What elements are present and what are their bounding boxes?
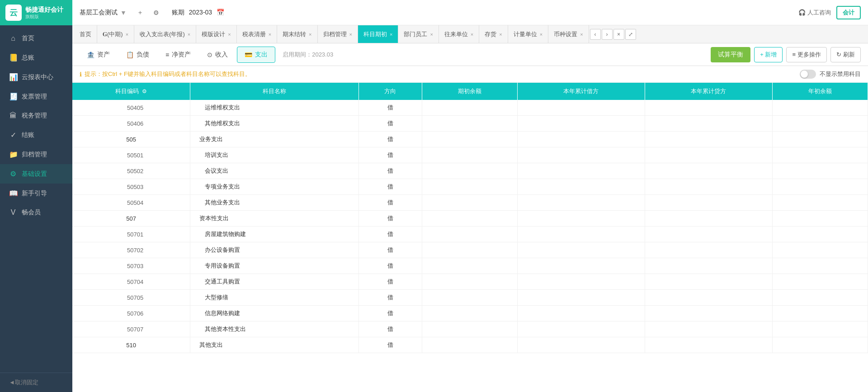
cat-tab-expense[interactable]: 💳 支出	[237, 47, 275, 63]
tab-subject-init[interactable]: 科目期初 ×	[358, 25, 398, 43]
cell-name: 专项业务支出	[190, 179, 359, 195]
col-dir: 方向	[359, 83, 422, 100]
sidebar-item-home[interactable]: ⌂ 首页	[0, 29, 72, 48]
tab-stock[interactable]: 存货 ×	[479, 25, 508, 43]
column-settings-icon[interactable]: ⚙	[142, 88, 147, 94]
tab-currency[interactable]: 币种设置 ×	[548, 25, 589, 43]
toggle-knob	[801, 71, 808, 78]
table-row[interactable]: 50706信息网络购建借	[72, 306, 868, 321]
cell-debit-ytd	[517, 195, 645, 211]
sidebar-item-member[interactable]: V 畅会员	[0, 203, 72, 222]
cat-tab-liability[interactable]: 📋 负债	[119, 47, 156, 62]
tab-close-icon[interactable]: ×	[349, 32, 352, 37]
sidebar-item-label: 归档管理	[22, 151, 47, 159]
ledger-icon: 📒	[9, 53, 17, 62]
tab-unit[interactable]: 往来单位 ×	[439, 25, 479, 43]
table-row[interactable]: 50503专项业务支出借	[72, 179, 868, 195]
cell-direction: 借	[359, 195, 422, 211]
settings-icon: ⚙	[9, 170, 17, 178]
tab-dept[interactable]: 部门员工 ×	[398, 25, 439, 43]
help-button[interactable]: 🎧 人工咨询	[798, 9, 831, 17]
cat-tab-net-asset[interactable]: ≡ 净资产	[158, 47, 198, 62]
add-button[interactable]: + 新增	[754, 47, 783, 62]
settings-button[interactable]: ⚙	[150, 6, 163, 19]
sidebar-pin-toggle[interactable]: ◄取消固定	[0, 373, 72, 392]
table-row[interactable]: 50502会议支出借	[72, 163, 868, 179]
tab-tax-clear[interactable]: 税表清册 ×	[237, 25, 277, 43]
subject-table: 科目编码 ⚙ 科目名称 方向 期初余额 本年累计借方 本年累计贷方 年初余额 5…	[72, 83, 868, 353]
table-row[interactable]: 50405运维维权支出借	[72, 100, 868, 116]
tab-expand-button[interactable]: ⤢	[625, 29, 636, 40]
sidebar-item-ledger[interactable]: 📒 总账	[0, 48, 72, 67]
tab-close-icon[interactable]: ×	[228, 32, 231, 37]
tab-close-icon[interactable]: ×	[580, 32, 583, 37]
cell-direction: 借	[359, 116, 422, 132]
tab-close-all-button[interactable]: ×	[613, 29, 624, 40]
add-project-button[interactable]: ＋	[134, 6, 146, 19]
table-row[interactable]: 50704交通工具购置借	[72, 274, 868, 290]
calendar-icon[interactable]: 📅	[217, 9, 224, 16]
table-row[interactable]: 50406其他维权支出借	[72, 116, 868, 132]
cell-debit-ytd	[517, 100, 645, 116]
tab-year-end[interactable]: 期末结转 ×	[277, 25, 317, 43]
period-info: 启用期间：2023.03	[283, 51, 333, 59]
tab-template[interactable]: 模版设计 ×	[196, 25, 236, 43]
cell-name: 交通工具购置	[190, 274, 359, 290]
tab-archive[interactable]: 归档管理 ×	[318, 25, 358, 43]
tab-income-annual[interactable]: 收入支出表(年报) ×	[134, 25, 196, 43]
cell-debit-ytd	[517, 321, 645, 337]
member-icon: V	[9, 208, 17, 217]
more-button[interactable]: ≡ 更多操作	[786, 47, 827, 62]
tab-close-icon[interactable]: ×	[269, 32, 271, 37]
sidebar-item-settings[interactable]: ⚙ 基础设置	[0, 164, 72, 184]
tab-close-icon[interactable]: ×	[126, 32, 128, 37]
refresh-button[interactable]: ↻ 刷新	[830, 47, 861, 62]
table-row[interactable]: 50702办公设备购置借	[72, 242, 868, 258]
tab-prev-button[interactable]: ‹	[590, 29, 601, 40]
tab-close-icon[interactable]: ×	[499, 32, 502, 37]
balance-button[interactable]: 试算平衡	[711, 47, 750, 62]
tab-close-icon[interactable]: ×	[390, 32, 392, 37]
home-icon: ⌂	[9, 34, 17, 43]
cell-year-init	[772, 274, 868, 290]
tab-close-icon[interactable]: ×	[309, 32, 311, 37]
headset-icon: 🎧	[798, 9, 806, 16]
cell-credit-ytd	[645, 227, 772, 242]
archive-icon: 📁	[9, 150, 17, 159]
table-row[interactable]: 50501培训支出借	[72, 147, 868, 163]
user-role-button[interactable]: 会计	[836, 6, 861, 19]
tab-home[interactable]: 首页	[74, 25, 97, 43]
sidebar-item-settlement[interactable]: ✓ 结账	[0, 125, 72, 145]
tab-mid[interactable]: 𝐆(中期) ×	[97, 25, 134, 43]
cell-name: 培训支出	[190, 147, 359, 163]
table-row[interactable]: 50701房屋建筑物购建借	[72, 227, 868, 242]
cell-name: 其他维权支出	[190, 116, 359, 132]
table-row[interactable]: 50705大型修缮借	[72, 290, 868, 306]
table-row[interactable]: 50707其他资本性支出借	[72, 321, 868, 337]
sidebar-item-cloud-report[interactable]: 📊 云报表中心	[0, 67, 72, 87]
table-row[interactable]: 50703专用设备购置借	[72, 258, 868, 274]
dropdown-icon[interactable]: ▼	[120, 9, 127, 16]
cell-debit-ytd	[517, 147, 645, 163]
main-content: 基层工会测试 ▼ ＋ ⚙ 账期 2023-03 📅 🎧 人工咨询 会计 首页 𝐆…	[72, 0, 868, 392]
subject-table-container[interactable]: 科目编码 ⚙ 科目名称 方向 期初余额 本年累计借方 本年累计贷方 年初余额 5…	[72, 83, 868, 392]
tab-close-icon[interactable]: ×	[540, 32, 542, 37]
cell-code: 510	[72, 337, 190, 353]
cat-tab-asset[interactable]: 🏦 资产	[80, 47, 117, 62]
tab-close-icon[interactable]: ×	[471, 32, 473, 37]
tab-close-icon[interactable]: ×	[188, 32, 190, 37]
table-row[interactable]: 50504其他业务支出借	[72, 195, 868, 211]
sidebar-item-invoice[interactable]: 🧾 发票管理	[0, 87, 72, 106]
tab-close-icon[interactable]: ×	[430, 32, 433, 37]
tab-next-button[interactable]: ›	[602, 29, 613, 40]
table-row[interactable]: 507资本性支出借	[72, 211, 868, 227]
sidebar-item-guide[interactable]: 📖 新手引导	[0, 184, 72, 203]
table-row[interactable]: 510其他支出借	[72, 337, 868, 353]
tab-label: 期末结转	[283, 30, 306, 38]
sidebar-item-archive[interactable]: 📁 归档管理	[0, 145, 72, 164]
cat-tab-income[interactable]: ⊙ 收入	[200, 47, 235, 62]
sidebar-item-tax[interactable]: 🏛 税务管理	[0, 106, 72, 125]
tab-measure[interactable]: 计量单位 ×	[508, 25, 548, 43]
disable-toggle[interactable]	[800, 70, 816, 79]
table-row[interactable]: 505业务支出借	[72, 132, 868, 147]
